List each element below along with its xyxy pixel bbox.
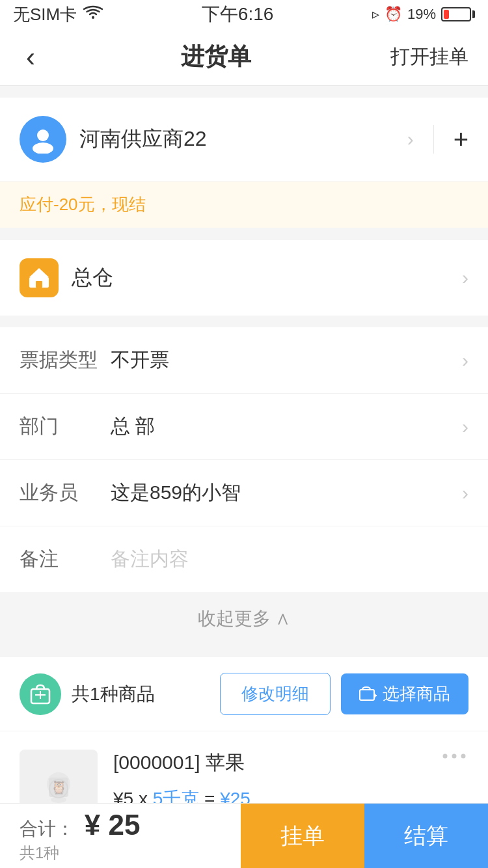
svg-point-2	[33, 142, 53, 154]
warehouse-name: 总仓	[72, 264, 462, 292]
status-bar: 无SIM卡 下午6:16 ▹ ⏰ 19%	[0, 0, 488, 29]
svg-point-1	[37, 129, 49, 141]
total-label: 合计：	[20, 819, 74, 839]
status-right: ▹ ⏰ 19%	[372, 6, 475, 23]
settle-button[interactable]: 结算	[364, 804, 488, 869]
bottom-bar: 合计： ¥ 25 共1种 挂单 结算	[0, 803, 488, 868]
svg-rect-5	[36, 281, 42, 288]
supplier-divider	[433, 125, 434, 154]
section-gap-3	[0, 316, 488, 327]
salesperson-arrow-icon: ›	[462, 482, 468, 504]
carrier-label: 无SIM卡	[13, 3, 77, 26]
supplier-section: 河南供应商22 › + 应付-20元，现结	[0, 98, 488, 228]
status-time: 下午6:16	[202, 2, 274, 27]
remark-row[interactable]: 备注 备注内容	[0, 526, 488, 592]
svg-marker-4	[29, 268, 49, 277]
location-icon: ▹	[372, 6, 379, 23]
collapse-label: 收起更多 ∧	[198, 606, 291, 631]
page-title: 进货单	[181, 41, 251, 73]
section-gap-4	[0, 645, 488, 657]
alarm-icon: ⏰	[385, 6, 402, 23]
wifi-icon	[83, 5, 103, 23]
pend-button[interactable]: 挂单	[241, 804, 364, 869]
total-sub-label: 共1种	[20, 843, 221, 863]
select-product-button[interactable]: 选择商品	[341, 673, 468, 714]
department-label: 部门	[20, 413, 98, 440]
svg-point-0	[92, 16, 94, 19]
remark-value: 备注内容	[98, 546, 468, 573]
edit-details-button[interactable]: 修改明细	[220, 673, 331, 715]
section-gap-2	[0, 228, 488, 239]
salesperson-value: 这是859的小智	[98, 480, 462, 506]
total-amount: ¥ 25	[85, 809, 141, 841]
warehouse-row[interactable]: 总仓 ›	[0, 239, 488, 316]
salesperson-row[interactable]: 业务员 这是859的小智 ›	[0, 460, 488, 526]
back-button[interactable]: ‹	[20, 35, 42, 79]
svg-point-19	[452, 754, 457, 759]
supplier-name: 河南供应商22	[79, 125, 407, 154]
ticket-type-row[interactable]: 票据类型 不开票 ›	[0, 327, 488, 394]
payment-notice: 应付-20元，现结	[0, 181, 488, 228]
supplier-arrow-icon: ›	[407, 128, 414, 150]
svg-point-20	[461, 754, 466, 759]
open-pending-button[interactable]: 打开挂单	[390, 44, 468, 70]
select-product-label: 选择商品	[383, 683, 450, 705]
status-left: 无SIM卡	[13, 3, 103, 26]
remark-label: 备注	[20, 546, 98, 573]
product-info: [0000001] 苹果 ¥5 x 5千克 = ¥25	[113, 750, 440, 811]
battery-icon	[441, 7, 475, 21]
add-supplier-button[interactable]: +	[454, 125, 468, 154]
product-more-button[interactable]	[440, 750, 468, 763]
ticket-type-arrow-icon: ›	[462, 349, 468, 372]
supplier-row[interactable]: 河南供应商22 › +	[0, 98, 488, 181]
salesperson-label: 业务员	[20, 480, 98, 506]
ticket-type-label: 票据类型	[20, 347, 98, 373]
warehouse-icon	[20, 258, 59, 297]
warehouse-arrow-icon: ›	[462, 267, 468, 289]
product-section-icon	[20, 673, 61, 715]
total-section: 合计： ¥ 25 共1种	[0, 809, 241, 863]
department-value: 总 部	[98, 413, 462, 440]
total-row: 合计： ¥ 25	[20, 809, 221, 841]
svg-rect-9	[360, 690, 374, 700]
product-count: 共1种商品	[72, 682, 220, 707]
collapse-row[interactable]: 收起更多 ∧	[0, 592, 488, 645]
warehouse-section[interactable]: 总仓 ›	[0, 239, 488, 316]
product-header: 共1种商品 修改明细 选择商品	[0, 657, 488, 731]
ticket-type-value: 不开票	[98, 347, 462, 373]
svg-text:🦉: 🦉	[51, 780, 67, 795]
supplier-avatar	[20, 116, 66, 163]
nav-bar: ‹ 进货单 打开挂单	[0, 29, 488, 86]
department-arrow-icon: ›	[462, 416, 468, 438]
battery-percent: 19%	[407, 6, 436, 23]
svg-point-18	[443, 754, 448, 759]
department-row[interactable]: 部门 总 部 ›	[0, 394, 488, 460]
form-section: 票据类型 不开票 › 部门 总 部 › 业务员 这是859的小智 › 备注 备注…	[0, 327, 488, 592]
section-gap-1	[0, 86, 488, 98]
product-name: [0000001] 苹果	[113, 750, 440, 776]
